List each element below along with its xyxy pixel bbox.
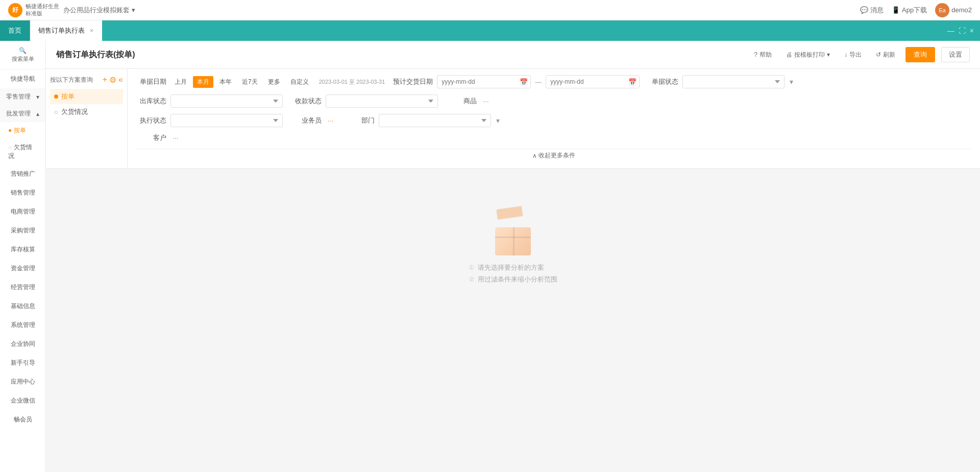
ship-status-label: 出库状态 (136, 97, 166, 106)
logo-icon: 好 (8, 3, 22, 17)
sidebar-item-inventory[interactable]: 库存核算 (0, 240, 45, 259)
date-dash: — (535, 78, 542, 86)
add-scheme-button[interactable]: + (103, 75, 107, 85)
print-button[interactable]: 🖨 按模板打印 ▾ (782, 49, 834, 61)
doc-status-label: 单据状态 (648, 77, 678, 86)
tab-close-icon[interactable]: × (90, 27, 93, 34)
salesperson-label: 业务员 (291, 116, 322, 125)
page-header: 销售订单执行表(按单) ? 帮助 🖨 按模板打印 ▾ ↓ 导出 ↺ 刷新 (46, 41, 980, 69)
sidebar-item-wholesale[interactable]: 批发管理 ▴ (0, 105, 45, 122)
search-menu-button[interactable]: 🔍 搜索菜单 (4, 45, 41, 65)
print-icon: 🖨 (786, 51, 792, 58)
scheme-item-debt[interactable]: ○ 欠货情况 (50, 104, 123, 120)
refresh-button[interactable]: ↺ 刷新 (872, 49, 899, 61)
ship-status-select[interactable] (170, 95, 283, 108)
date-last-month-btn[interactable]: 上月 (170, 76, 191, 88)
date-quick-btns: 上月 本月 本年 近7天 更多 自定义 (170, 76, 313, 88)
sidebar-item-enterprise[interactable]: 企业协同 (0, 335, 45, 353)
salesperson-picker-button[interactable]: ··· (326, 116, 336, 125)
scheme-item-press-order[interactable]: 按单 (50, 89, 123, 104)
collapse-row: ∧ 收起更多条件 (136, 149, 972, 162)
expected-date-end-input[interactable] (546, 75, 640, 88)
sidebar-item-member[interactable]: 畅会员 (0, 410, 45, 429)
export-icon: ↓ (844, 51, 847, 58)
dept-label: 部门 (344, 116, 375, 125)
calendar-icon: 📅 (520, 78, 528, 86)
expand-icon: ▾ (36, 93, 39, 101)
top-bar-title: 办公用品行业模拟账套 ▾ (63, 6, 135, 15)
app-download-button[interactable]: 📱 App下载 (892, 6, 927, 15)
sidebar-item-system[interactable]: 系统管理 (0, 316, 45, 335)
expected-date-end-wrapper: 📅 (546, 75, 640, 88)
sidebar-sub-press-order[interactable]: ● 按单 (0, 122, 45, 139)
dot-icon: ○ (8, 144, 12, 151)
filter-scheme-title: 按以下方案查询 + ⚙ « (50, 75, 123, 85)
filter-row-3: 执行状态 业务员 ··· 部门 ▾ (136, 114, 972, 127)
exec-status-select[interactable] (170, 114, 283, 127)
query-button[interactable]: 查询 (905, 47, 935, 62)
sidebar-item-quick-nav[interactable]: 快捷导航 (0, 69, 45, 88)
collect-status-select[interactable] (326, 95, 438, 108)
top-bar: 好 畅捷通好生意 标准版 办公用品行业模拟账套 ▾ 💬 消息 📱 App下载 E… (0, 0, 980, 20)
sidebar-item-marketing[interactable]: 营销推广 (0, 164, 45, 183)
download-icon: 📱 (892, 6, 900, 14)
edit-scheme-button[interactable]: ⚙ (109, 75, 116, 85)
filter-group-doc-date: 单据日期 上月 本月 本年 近7天 更多 自定义 2023-03-01 至 20… (136, 76, 385, 88)
message-button[interactable]: 💬 消息 (860, 6, 884, 15)
chevron-icon[interactable]: ▾ (132, 6, 135, 14)
date-this-year-btn[interactable]: 本年 (215, 76, 236, 88)
collapse-icon: ∧ (532, 152, 537, 159)
sidebar-item-purchase[interactable]: 采购管理 (0, 221, 45, 240)
minimize-button[interactable]: — (947, 27, 954, 35)
close-window-button[interactable]: × (970, 27, 974, 35)
filter-main: 单据日期 上月 本月 本年 近7天 更多 自定义 2023-03-01 至 20… (128, 69, 980, 168)
filter-row-4: 客户 ··· (136, 133, 972, 143)
sidebar-item-base-info[interactable]: 基础信息 (0, 297, 45, 316)
user-menu[interactable]: Ea demo2 (935, 3, 972, 17)
sidebar-item-app-center[interactable]: 应用中心 (0, 372, 45, 391)
search-icon: 🔍 (19, 47, 27, 54)
chevron-down-icon: ▾ (827, 51, 830, 58)
calendar-icon-2: 📅 (628, 78, 636, 86)
filter-group-expected-date: 预计交货日期 📅 — 📅 (393, 75, 640, 88)
expand-icon: ▴ (36, 110, 39, 117)
collapse-button[interactable]: ∧ 收起更多条件 (532, 151, 575, 160)
sidebar-sub-debt[interactable]: ○ 欠货情况 (0, 139, 45, 164)
sidebar-item-finance[interactable]: 资金管理 (0, 259, 45, 278)
maximize-button[interactable]: ⛶ (959, 27, 966, 35)
filter-group-customer: 客户 ··· (136, 133, 181, 143)
tab-sales-order-exec[interactable]: 销售订单执行表 × (30, 20, 102, 41)
content-area: 销售订单执行表(按单) ? 帮助 🖨 按模板打印 ▾ ↓ 导出 ↺ 刷新 (46, 41, 980, 472)
export-button[interactable]: ↓ 导出 (840, 49, 866, 61)
goods-picker-button[interactable]: ··· (481, 97, 491, 105)
settings-button[interactable]: 设置 (941, 47, 970, 62)
sidebar-item-corp-wechat[interactable]: 企业微信 (0, 391, 45, 410)
date-this-month-btn[interactable]: 本月 (193, 76, 213, 88)
filter-scheme-sidebar: 按以下方案查询 + ⚙ « 按单 ○ 欠货情况 (46, 69, 128, 168)
main-layout: 🔍 搜索菜单 快捷导航 零售管理 ▾ 批发管理 ▴ ● 按单 ○ 欠货情况 营销… (0, 41, 980, 472)
sidebar-item-newbie[interactable]: 新手引导 (0, 353, 45, 372)
avatar: Ea (935, 3, 949, 17)
page-title: 销售订单执行表(按单) (56, 50, 135, 60)
date-more-btn[interactable]: 更多 (264, 76, 284, 88)
sidebar-search-section: 🔍 搜索菜单 (0, 41, 45, 69)
sidebar-item-ecommerce[interactable]: 电商管理 (0, 202, 45, 221)
doc-status-select[interactable] (682, 75, 785, 88)
tab-window-actions: — ⛶ × (941, 20, 980, 41)
date-last7-btn[interactable]: 近7天 (238, 76, 262, 88)
customer-picker-button[interactable]: ··· (170, 134, 181, 142)
filter-group-salesperson: 业务员 ··· (291, 116, 336, 125)
scheme-dot-icon (54, 95, 58, 99)
collapse-scheme-button[interactable]: « (118, 75, 123, 85)
sidebar-item-operations[interactable]: 经营管理 (0, 278, 45, 297)
expected-date-start-input[interactable] (437, 75, 531, 88)
empty-illustration (487, 209, 538, 255)
dept-select[interactable] (379, 114, 491, 127)
date-custom-btn[interactable]: 自定义 (286, 76, 313, 88)
tab-home[interactable]: 首页 (0, 20, 30, 41)
chevron-down-icon-status: ▾ (790, 78, 793, 86)
sidebar-item-sales[interactable]: 销售管理 (0, 183, 45, 202)
empty-hint-text: ① 请先选择要分析的方案 ② 用过滤条件来缩小分析范围 (469, 262, 557, 286)
sidebar-item-retail[interactable]: 零售管理 ▾ (0, 88, 45, 105)
help-button[interactable]: ? 帮助 (750, 49, 776, 61)
